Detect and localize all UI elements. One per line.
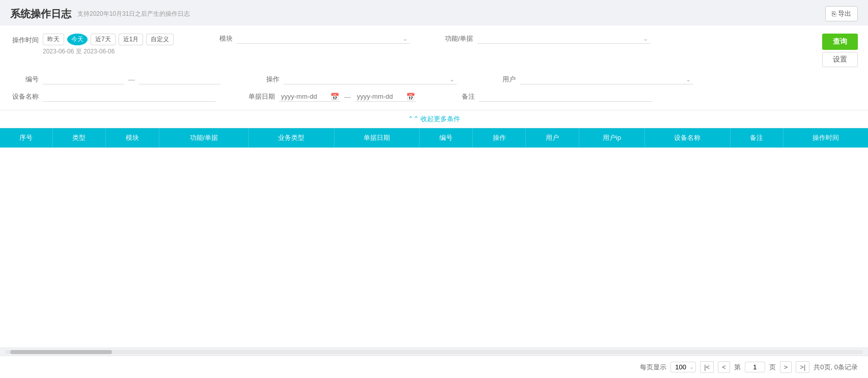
time-btn-today[interactable]: 今天 — [67, 34, 88, 45]
total-label: 共0页, 0条记录 — [814, 363, 858, 372]
remark-input[interactable] — [479, 92, 652, 102]
user-select-wrapper: ⌄ — [520, 74, 693, 84]
calendar-from-icon[interactable]: 📅 — [330, 93, 339, 101]
page-prev-button[interactable]: < — [718, 361, 730, 373]
page-subtitle: 支持2020年10月31日之后产生的操作日志 — [77, 10, 190, 18]
collapse-label: 收起更多条件 — [421, 115, 460, 123]
function-label: 功能/单据 — [440, 34, 473, 43]
code-separator: — — [128, 76, 135, 83]
data-table: 序号类型模块功能/单据业务类型单据日期编号操作用户用户ip设备名称备注操作时间 — [0, 128, 868, 148]
filter-actions: 查询 设置 — [822, 34, 858, 67]
operation-select-wrapper: ⌄ — [284, 74, 457, 84]
remark-label: 备注 — [446, 92, 475, 101]
code-to-input[interactable] — [139, 74, 220, 84]
page-title: 系统操作日志 — [10, 7, 71, 21]
collapse-bar[interactable]: ⌃⌃ 收起更多条件 — [0, 110, 868, 128]
page-unit: 页 — [769, 363, 776, 372]
function-input[interactable] — [477, 34, 650, 44]
operation-input[interactable] — [284, 74, 457, 84]
settings-button[interactable]: 设置 — [822, 52, 858, 67]
code-label: 编号 — [10, 75, 39, 84]
page-next-button[interactable]: > — [780, 361, 792, 373]
table-header-cell: 功能/单据 — [159, 128, 248, 148]
time-label: 操作时间 — [10, 36, 39, 45]
time-btn-yesterday[interactable]: 昨天 — [43, 34, 64, 45]
export-icon: ⎘ — [832, 10, 836, 18]
device-label: 设备名称 — [10, 92, 39, 101]
operation-label: 操作 — [251, 75, 279, 84]
device-input[interactable] — [43, 92, 216, 102]
time-filter-group: 昨天 今天 近7天 近1月 自定义 2023-06-06 至 2023-06-0… — [43, 34, 174, 56]
query-button[interactable]: 查询 — [822, 34, 858, 50]
page-size-select[interactable]: 50 100 200 500 — [670, 362, 696, 372]
collapse-icon: ⌃⌃ — [408, 115, 419, 123]
doc-date-label: 单据日期 — [246, 92, 275, 101]
page-size-wrapper: 50 100 200 500 ⌄ — [670, 362, 696, 372]
filter-area: 操作时间 昨天 今天 近7天 近1月 自定义 2023-06-06 至 2023… — [0, 25, 868, 110]
page-size-label: 每页显示 — [640, 363, 666, 372]
table-header-cell: 用户ip — [579, 128, 645, 148]
table-header-cell: 业务类型 — [249, 128, 334, 148]
doc-date-from-wrapper: 📅 — [279, 92, 340, 102]
table-header-cell: 编号 — [419, 128, 472, 148]
time-btn-custom[interactable]: 自定义 — [146, 34, 174, 45]
page-label: 第 — [734, 363, 741, 372]
pagination: 每页显示 50 100 200 500 ⌄ |< < 第 1 页 > >| 共0… — [0, 356, 868, 378]
page-input[interactable]: 1 — [745, 362, 765, 372]
time-range-text: 2023-06-06 至 2023-06-06 — [43, 47, 174, 56]
module-input[interactable] — [237, 34, 410, 44]
table-header-row: 序号类型模块功能/单据业务类型单据日期编号操作用户用户ip设备名称备注操作时间 — [0, 128, 868, 148]
scrollbar-area[interactable] — [0, 347, 868, 356]
export-label: 导出 — [838, 9, 851, 18]
table-header-cell: 模块 — [106, 128, 159, 148]
table-header-cell: 用户 — [526, 128, 579, 148]
function-select-wrapper: ⌄ — [477, 34, 650, 44]
export-button[interactable]: ⎘ 导出 — [825, 6, 858, 21]
time-btn-1month[interactable]: 近1月 — [119, 34, 144, 45]
table-header-cell: 操作 — [472, 128, 525, 148]
user-input[interactable] — [520, 74, 693, 84]
table-header-cell: 操作时间 — [783, 128, 868, 148]
doc-date-to-wrapper: 📅 — [355, 92, 416, 102]
page-first-button[interactable]: |< — [700, 361, 714, 373]
table-header-cell: 类型 — [52, 128, 105, 148]
user-label: 用户 — [487, 75, 516, 84]
table-header-cell: 备注 — [730, 128, 783, 148]
time-btn-7days[interactable]: 近7天 — [91, 34, 116, 45]
table-header-cell: 设备名称 — [645, 128, 730, 148]
calendar-to-icon[interactable]: 📅 — [406, 93, 415, 101]
table-container: 序号类型模块功能/单据业务类型单据日期编号操作用户用户ip设备名称备注操作时间 — [0, 128, 868, 347]
code-from-input[interactable] — [43, 74, 124, 84]
module-select-wrapper: ⌄ — [237, 34, 410, 44]
scrollbar-track — [5, 350, 863, 354]
scrollbar-thumb[interactable] — [10, 350, 112, 354]
empty-area — [0, 148, 868, 331]
module-label: 模块 — [204, 34, 233, 43]
table-header-cell: 序号 — [0, 128, 52, 148]
doc-date-separator: — — [344, 93, 351, 101]
table-header-cell: 单据日期 — [334, 128, 419, 148]
page-last-button[interactable]: >| — [796, 361, 809, 373]
